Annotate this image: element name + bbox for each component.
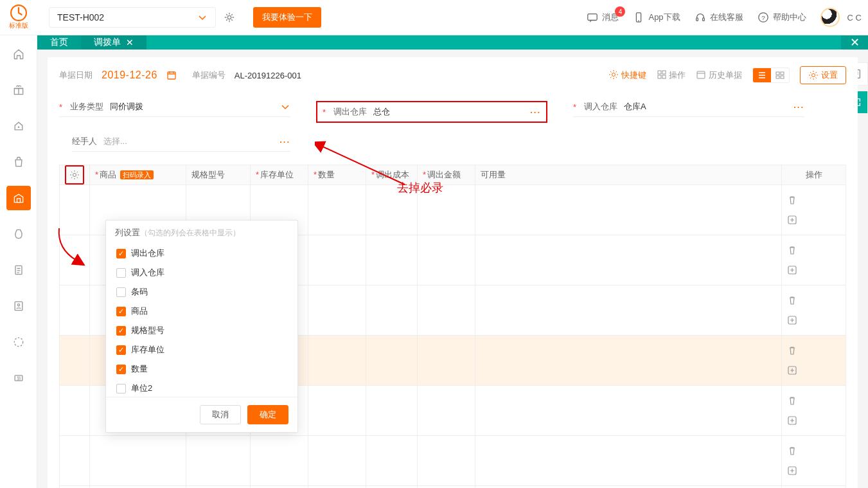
tab-home[interactable]: 首页	[37, 35, 81, 50]
table-row[interactable]	[60, 436, 846, 486]
svg-point-4	[639, 21, 640, 22]
column-option[interactable]: 条码	[106, 282, 297, 302]
sidebar-item-more[interactable]	[6, 330, 31, 354]
add-row-icon[interactable]	[787, 365, 840, 375]
column-option[interactable]: ✓规格型号	[106, 321, 297, 340]
top-links: 消息 4 App下载 在线客服 ? 帮助中心 C C	[587, 8, 862, 27]
gear-icon	[608, 69, 619, 80]
tab-transfer[interactable]: 调拨单 ✕	[81, 35, 146, 50]
purchase-icon	[12, 120, 25, 132]
field-agent[interactable]: 经手人 选择... ···	[72, 136, 290, 152]
add-row-icon[interactable]	[787, 315, 840, 325]
sidebar-item-gift[interactable]	[6, 78, 31, 102]
column-option[interactable]: 调入仓库	[106, 263, 297, 282]
checkbox[interactable]: ✓	[116, 249, 126, 258]
operate-link[interactable]: 操作	[657, 69, 686, 81]
sidebar-item-new[interactable]: 新	[6, 366, 31, 390]
sidebar: 新	[0, 35, 37, 488]
calendar-icon[interactable]	[166, 70, 177, 80]
field-out-warehouse[interactable]: *调出仓库 总仓 ···	[316, 101, 547, 123]
checkbox[interactable]: ✓	[116, 326, 126, 336]
home-icon	[12, 48, 25, 60]
checkbox[interactable]	[116, 287, 126, 297]
view-card-icon[interactable]	[771, 68, 789, 82]
column-option-label: 调入仓库	[131, 267, 164, 278]
close-all-tabs[interactable]: ✕	[841, 35, 868, 50]
gear-icon	[224, 12, 235, 23]
delete-row-icon[interactable]	[787, 295, 840, 305]
help-link[interactable]: ? 帮助中心	[757, 12, 806, 23]
col-goods[interactable]: 商品扫码录入	[90, 165, 186, 185]
logo-tag: 标准版	[9, 21, 28, 30]
add-row-icon[interactable]	[787, 215, 840, 225]
column-option-label: 商品	[131, 305, 148, 317]
delete-row-icon[interactable]	[787, 395, 840, 406]
delete-row-icon[interactable]	[787, 195, 840, 205]
col-out-cost[interactable]: 调出成本	[366, 165, 418, 185]
sidebar-item-warehouse[interactable]	[6, 186, 31, 210]
history-link[interactable]: 历史单据	[696, 69, 742, 81]
avatar	[820, 8, 840, 27]
sidebar-item-report[interactable]	[6, 258, 31, 282]
col-qty[interactable]: 数量	[308, 165, 366, 185]
date-value[interactable]: 2019-12-26	[102, 69, 157, 81]
bag-icon	[12, 156, 25, 168]
sidebar-item-finance[interactable]	[6, 222, 31, 246]
svg-rect-5	[696, 18, 698, 21]
more-icon[interactable]: ···	[793, 102, 804, 112]
sidebar-item-home[interactable]	[6, 42, 31, 66]
scan-badge[interactable]: 扫码录入	[120, 170, 154, 179]
field-biz-type[interactable]: *业务类型 同价调拨	[59, 101, 290, 117]
column-settings-header[interactable]	[60, 165, 90, 185]
add-row-icon[interactable]	[787, 265, 840, 275]
user-menu[interactable]: C C	[820, 8, 862, 27]
column-option[interactable]: 单位2	[106, 379, 297, 397]
customer-service-link[interactable]: 在线客服	[695, 12, 743, 23]
popover-hint: （勾选的列会在表格中显示）	[140, 228, 240, 237]
checkbox[interactable]: ✓	[116, 307, 126, 316]
add-row-icon[interactable]	[787, 465, 840, 476]
col-out-amt[interactable]: 调出金额	[418, 165, 475, 185]
sidebar-item-sale[interactable]	[6, 150, 31, 174]
help-icon: ?	[757, 12, 769, 23]
col-avail[interactable]: 可用量	[475, 165, 782, 185]
delete-row-icon[interactable]	[787, 345, 840, 356]
col-unit[interactable]: 库存单位	[251, 165, 308, 185]
checkbox[interactable]	[116, 268, 126, 278]
view-toggle[interactable]	[752, 68, 790, 83]
field-in-warehouse[interactable]: *调入仓库 仓库A ···	[573, 101, 804, 117]
svg-rect-25	[697, 71, 705, 78]
checkbox[interactable]: ✓	[116, 345, 126, 355]
add-row-icon[interactable]	[787, 415, 840, 426]
col-spec[interactable]: 规格型号	[186, 165, 251, 185]
checkbox[interactable]	[116, 384, 126, 393]
sidebar-item-purchase[interactable]	[6, 114, 31, 138]
table-row[interactable]	[60, 486, 846, 489]
app-download-link[interactable]: App下载	[633, 12, 680, 23]
svg-point-30	[812, 74, 815, 77]
svg-rect-22	[662, 71, 666, 74]
checkbox[interactable]: ✓	[116, 365, 126, 374]
sidebar-item-contacts[interactable]	[6, 294, 31, 318]
delete-row-icon[interactable]	[787, 446, 840, 456]
settings-button[interactable]: 设置	[800, 66, 846, 84]
column-option[interactable]: ✓商品	[106, 302, 297, 321]
shortcut-link[interactable]: 快捷键	[608, 69, 646, 81]
column-option[interactable]: ✓调出仓库	[106, 244, 297, 263]
org-settings-icon[interactable]	[224, 12, 235, 23]
popover-ok-button[interactable]: 确定	[247, 405, 288, 424]
more-icon[interactable]: ···	[279, 137, 290, 147]
delete-row-icon[interactable]	[787, 245, 840, 255]
messages-link[interactable]: 消息 4	[587, 12, 619, 23]
tab-close-icon[interactable]: ✕	[126, 37, 134, 48]
view-list-icon[interactable]	[753, 68, 771, 82]
svg-point-14	[17, 304, 19, 306]
logo: 标准版	[0, 5, 37, 30]
doc-no-value: AL-20191226-001	[235, 71, 301, 80]
org-selector[interactable]: TEST-H002	[49, 7, 216, 28]
try-button[interactable]: 我要体验一下	[253, 7, 321, 28]
column-option[interactable]: ✓库存单位	[106, 340, 297, 359]
popover-cancel-button[interactable]: 取消	[200, 405, 241, 424]
column-option[interactable]: ✓数量	[106, 359, 297, 379]
more-icon[interactable]: ···	[530, 107, 541, 117]
